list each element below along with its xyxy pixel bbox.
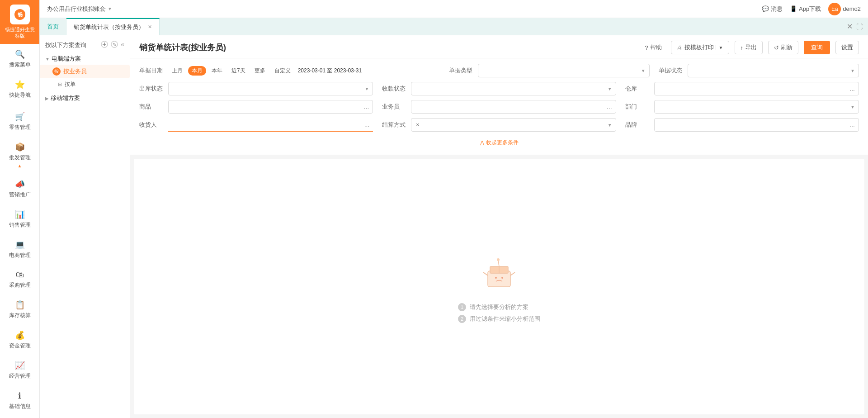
date-label: 单据日期 [139,66,165,75]
tab-maximize-area: ✕ ⛶ [841,22,868,31]
print-label: 按模板打印 [684,43,714,52]
out-status-arrow: ▼ [364,86,369,91]
filter-payment-status: 收款状态 ▼ [382,82,616,95]
filter-row-4: 收货人 ... 结算方式 × [139,118,859,132]
app-download-btn[interactable]: 📱 App下载 [790,5,821,13]
print-icon: 🖨 [677,44,683,51]
empty-step-1: 1 请先选择要分析的方案 [458,303,540,311]
date-range-display[interactable]: 2023-03-01 至 2023-03-31 [298,67,362,75]
tab-home-label: 首页 [47,23,59,31]
sidebar-item-search[interactable]: 🔍 搜索菜单 [0,44,39,74]
consignee-label: 收货人 [139,121,165,129]
brand-input[interactable]: ... [654,118,859,132]
company-selector[interactable]: 办公用品行业模拟账套 ▼ [47,5,112,13]
sidebar-item-finance[interactable]: 💰 资金管理 [0,325,39,355]
export-label: 导出 [745,43,757,52]
ecommerce-icon: 💻 [15,240,25,250]
tab-sales-stat[interactable]: 销货单统计表（按业务员） ✕ [66,18,160,35]
sidebar-item-basic-info[interactable]: ℹ 基础信息 [0,385,39,416]
tab-close-window-icon[interactable]: ✕ [847,22,853,31]
sidebar-label-management: 经营管理 [9,372,31,380]
main-area: 办公用品行业模拟账套 ▼ 💬 消息 📱 App下载 Ea demo2 首页 销货… [40,0,868,418]
sidebar-item-ecommerce[interactable]: 💻 电商管理 [0,234,39,265]
user-profile[interactable]: Ea demo2 [828,3,861,15]
filter-doc-type: 单据类型 ▼ [449,64,649,77]
print-dropdown-arrow[interactable]: ▼ [716,45,723,50]
refresh-btn[interactable]: ↺ 刷新 [768,41,798,54]
topbar-right: 💬 消息 📱 App下载 Ea demo2 [762,3,861,15]
help-icon: ? [645,44,648,51]
consignee-input[interactable]: ... [168,118,373,132]
sidebar-label-marketing: 营销推广 [9,191,31,199]
date-tab-this-month[interactable]: 本月 [188,66,206,76]
doc-type-select[interactable]: ▼ [478,64,649,77]
payment-status-arrow: ▼ [608,86,612,91]
collapse-up-icon: ⋀ [480,140,484,146]
add-scheme-btn[interactable] [101,41,108,49]
sidebar-item-sales[interactable]: 📊 销售管理 [0,204,39,234]
date-tab-more[interactable]: 更多 [251,66,269,76]
date-tab-7days[interactable]: 近7天 [228,66,249,76]
department-select[interactable]: ▼ [654,100,859,114]
payment-method-x[interactable]: × [415,122,420,128]
filter-row-1: 单据日期 上月 本月 本年 近7天 更多 自定义 2023-03-01 至 20… [139,64,859,77]
content-area: 按以下方案查询 ✎ « ▼ 电脑端方案 按 [40,35,868,418]
collapse-label: 收起更多条件 [486,139,519,147]
goods-input[interactable]: ... [168,100,373,114]
refresh-label: 刷新 [781,43,793,52]
desktop-scheme-title[interactable]: ▼ 电脑端方案 [40,53,130,65]
page-header: 销货单统计表(按业务员) ? 帮助 🖨 按模板打印 ▼ ↑ 导出 [130,35,868,58]
payment-method-select[interactable]: × ▼ [411,118,616,132]
salesperson-input[interactable]: ... [411,100,616,114]
message-btn[interactable]: 💬 消息 [762,5,783,13]
help-btn[interactable]: ? 帮助 [641,42,665,53]
mobile-scheme-title[interactable]: ▶ 移动端方案 [40,92,130,104]
date-tab-custom[interactable]: 自定义 [271,66,294,76]
sidebar-item-shortcuts[interactable]: ⭐ 快捷导航 [0,74,39,104]
payment-status-select[interactable]: ▼ [411,82,616,95]
empty-steps: 1 请先选择要分析的方案 2 用过滤条件来缩小分析范围 [458,303,540,323]
sidebar-item-inventory[interactable]: 📋 库存核算 [0,294,39,325]
print-btn[interactable]: 🖨 按模板打印 ▼ [671,41,729,54]
sidebar-item-system[interactable]: ⚙ 系统管理 [0,416,39,418]
query-btn[interactable]: 查询 [804,41,830,54]
payment-method-arrow: ▼ [608,123,612,128]
scheme-group-desktop: ▼ 电脑端方案 按 按业务员 ⊞ 按单 [40,53,130,90]
scheme-item-by-salesperson[interactable]: 按 按业务员 [40,65,130,78]
collapse-bar[interactable]: ⋀ 收起更多条件 [139,136,859,149]
payment-method-label: 结算方式 [382,121,407,129]
export-btn[interactable]: ↑ 导出 [735,41,763,54]
topbar-left: 办公用品行业模拟账套 ▼ [47,5,112,13]
settings-label: 设置 [841,43,853,52]
settings-btn[interactable]: 设置 [835,41,859,54]
tab-home[interactable]: 首页 [40,18,66,35]
date-tab-this-year[interactable]: 本年 [208,66,226,76]
goods-control: ... [168,100,373,114]
warehouse-input[interactable]: ... [654,82,859,95]
sidebar-item-wholesale[interactable]: 📦 批发管理 ▲ [0,137,39,174]
payment-status-label: 收款状态 [382,85,407,93]
doc-status-select[interactable]: ▼ [688,64,859,77]
scheme-sub-item-by-doc[interactable]: ⊞ 按单 [40,78,130,90]
goods-label: 商品 [139,103,165,111]
tab-fullscreen-icon[interactable]: ⛶ [856,23,863,30]
scheme-sub-label: 按单 [65,81,75,88]
finance-icon: 💰 [15,330,25,340]
sidebar-item-retail[interactable]: 🛒 零售管理 [0,106,39,137]
collapse-panel-btn[interactable]: « [121,41,124,49]
out-status-select[interactable]: ▼ [168,82,373,95]
export-icon: ↑ [741,44,744,51]
out-status-control: ▼ [168,82,373,95]
tab-close-btn[interactable]: ✕ [148,24,152,30]
sidebar-item-purchase[interactable]: 🛍 采购管理 [0,265,39,294]
sidebar-item-management[interactable]: 📈 经营管理 [0,355,39,385]
filter-date: 单据日期 上月 本月 本年 近7天 更多 自定义 2023-03-01 至 20… [139,66,440,76]
date-tab-last-month[interactable]: 上月 [168,66,186,76]
edit-scheme-btn[interactable]: ✎ [111,41,118,49]
app-logo[interactable]: 畅 畅捷通好生意 标版 [0,0,39,44]
mobile-scheme-arrow: ▶ [45,96,49,101]
sidebar-item-marketing[interactable]: 📣 营销推广 [0,174,39,204]
empty-state: 1 请先选择要分析的方案 2 用过滤条件来缩小分析范围 [134,159,864,414]
doc-type-label: 单据类型 [449,66,474,75]
date-tabs: 上月 本月 本年 近7天 更多 自定义 [168,66,294,76]
